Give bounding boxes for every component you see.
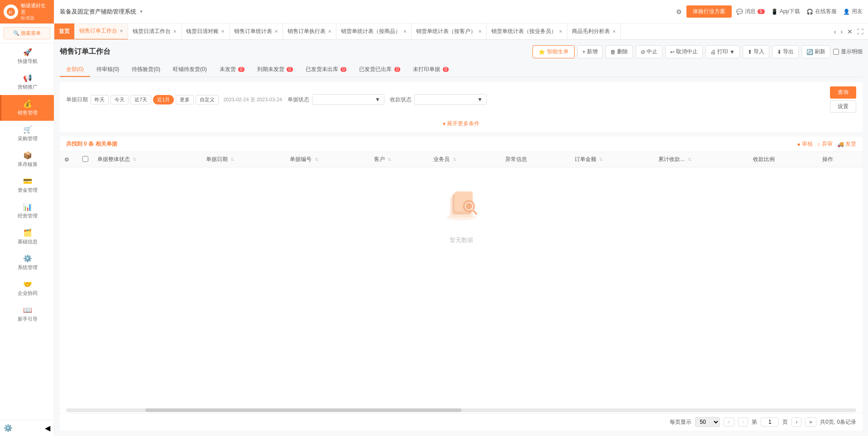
date-1month-btn[interactable]: 近1月 <box>153 95 174 104</box>
last-page-button[interactable]: » <box>805 417 816 427</box>
date-more-btn[interactable]: 更多 <box>176 95 194 104</box>
sidebar-item-basic[interactable]: 🗂️ 基础信息 <box>0 224 54 250</box>
first-page-button[interactable]: « <box>724 417 735 427</box>
sidebar-item-label: 基础信息 <box>18 238 38 245</box>
stop-button[interactable]: ⊘ 中止 <box>636 45 662 58</box>
select-all-checkbox[interactable] <box>82 156 88 162</box>
date-today-btn[interactable]: 今天 <box>110 95 129 104</box>
tab-home[interactable]: 首页 <box>54 24 75 40</box>
col-customer-header[interactable]: 客户 ⇅ <box>369 152 429 167</box>
tab-sales-order[interactable]: 销售订单工作台 ✕ <box>75 24 128 40</box>
review-action-button[interactable]: ● 审核 <box>797 140 813 148</box>
cancel-review-action-button[interactable]: ○ 弃审 <box>817 140 833 148</box>
filter-setting-button[interactable]: 设置 <box>830 100 856 113</box>
tab-maximize-button[interactable]: ⛶ <box>855 27 865 36</box>
date-yesterday-btn[interactable]: 昨天 <box>91 95 109 104</box>
smart-create-button[interactable]: ⭐ 智能生单 <box>532 45 575 58</box>
settings-icon[interactable]: ⚙️ <box>4 424 13 432</box>
message-button[interactable]: 💬 消息 6 <box>736 8 765 15</box>
page-of-label: 页 <box>782 418 788 426</box>
tab-sales-stat-customer[interactable]: 销货单统计表（按客户） ✕ <box>412 24 487 40</box>
prev-page-button[interactable]: ‹ <box>738 417 748 427</box>
tab-close-icon[interactable]: ✕ <box>328 29 331 34</box>
online-service-button[interactable]: 🎧 在线客服 <box>806 8 837 15</box>
show-detail-checkbox[interactable] <box>833 49 839 55</box>
add-button[interactable]: + 新增 <box>577 45 603 58</box>
collapse-icon[interactable]: ◀ <box>45 424 50 432</box>
cancel-stop-button[interactable]: ↩ 取消中止 <box>665 45 703 58</box>
import-button[interactable]: ⬆ 导入 <box>743 45 769 58</box>
tab-close-icon[interactable]: ✕ <box>403 29 407 34</box>
tab-close-icon[interactable]: ✕ <box>559 29 562 34</box>
sidebar-item-marketing[interactable]: 📢 营销推广 <box>0 69 54 95</box>
tab-sales-stat-staff[interactable]: 销货单统计表（按业务员） ✕ <box>487 24 567 40</box>
export-button[interactable]: ⬇ 导出 <box>772 45 799 58</box>
tab-cash-reconcile[interactable]: 钱货日清对账 ✕ <box>182 24 230 40</box>
tab-scroll-left-button[interactable]: ‹ <box>832 27 838 36</box>
table-scroll[interactable]: ⚙ 单据整体状态 ⇅ 单据日期 ⇅ <box>60 152 863 408</box>
app-download-button[interactable]: 📱 App下载 <box>771 8 800 15</box>
ship-action-button[interactable]: 🚚 发货 <box>837 140 856 148</box>
status-select[interactable]: ▼ <box>312 94 384 105</box>
sidebar-item-guide[interactable]: 📖 新手引导 <box>0 301 54 327</box>
tab-sales-stat[interactable]: 销售订单统计表 ✕ <box>230 24 283 40</box>
tab-close-icon[interactable]: ✕ <box>173 29 177 34</box>
page-number-input[interactable] <box>761 417 779 427</box>
page-header: 销售订单工作台 ⭐ 智能生单 + 新增 🗑 删除 ⊘ 中止 <box>60 45 863 58</box>
subtab-unshipped[interactable]: 未发货 0 <box>213 63 251 77</box>
solution-button[interactable]: 体验行业方案 <box>686 5 732 18</box>
subtab-pending-review[interactable]: 待审核(0) <box>90 63 126 77</box>
topbar-system: 装备及固定资产辅助管理系统 ▼ <box>60 8 671 16</box>
sidebar-item-quick-nav[interactable]: 🚀 快捷导航 <box>0 43 54 69</box>
settings-col-icon[interactable]: ⚙ <box>64 156 69 163</box>
date-custom-btn[interactable]: 自定义 <box>196 95 219 104</box>
col-date-header[interactable]: 单据日期 ⇅ <box>201 152 286 167</box>
subtab-shipped-out[interactable]: 已发货已出库 0 <box>353 63 407 77</box>
refresh-button[interactable]: 🔄 刷新 <box>801 45 830 58</box>
date-7days-btn[interactable]: 近7天 <box>130 95 151 104</box>
delete-button[interactable]: 🗑 删除 <box>605 45 633 58</box>
sidebar-item-system[interactable]: ⚙️ 系统管理 <box>0 250 54 275</box>
tab-cash-daily[interactable]: 钱货日清工作台 ✕ <box>128 24 182 40</box>
sidebar-item-operation[interactable]: 📊 经营管理 <box>0 198 54 224</box>
sidebar-item-purchase[interactable]: 🛒 采购管理 <box>0 121 54 147</box>
subtab-unprinted[interactable]: 未打印单据 0 <box>407 63 455 77</box>
tab-sales-exec[interactable]: 销售订单执行表 ✕ <box>283 24 336 40</box>
tab-close-all-button[interactable]: ✕ <box>845 27 854 36</box>
col-amount-header[interactable]: 订单金额 ⇅ <box>570 152 654 167</box>
tab-close-icon[interactable]: ✕ <box>612 29 616 34</box>
tab-close-icon[interactable]: ✕ <box>478 29 482 34</box>
topbar-settings-icon[interactable]: ⚙ <box>676 8 682 15</box>
sidebar-item-cooperation[interactable]: 🤝 企业协同 <box>0 275 54 301</box>
page-size-select[interactable]: 20 50 100 <box>695 417 720 427</box>
tab-close-icon[interactable]: ✕ <box>274 29 278 34</box>
tab-sales-stat-product[interactable]: 销货单统计表（按商品） ✕ <box>336 24 412 40</box>
col-status-header[interactable]: 单据整体状态 ⇅ <box>93 152 201 167</box>
tab-gross-profit[interactable]: 商品毛利分析表 ✕ <box>567 24 621 40</box>
user-menu-button[interactable]: 👤 用友 <box>843 8 863 15</box>
subtab-all[interactable]: 全部(0) <box>60 63 90 77</box>
page-actions: ⭐ 智能生单 + 新增 🗑 删除 ⊘ 中止 ↩ 取消中止 <box>532 45 863 58</box>
subtab-shipped-not-out[interactable]: 已发货未出库 0 <box>299 63 353 77</box>
tab-close-icon[interactable]: ✕ <box>221 29 225 34</box>
sidebar-item-sales[interactable]: 💰 销售管理 <box>0 95 54 121</box>
col-number-header[interactable]: 单据编号 ⇅ <box>285 152 369 167</box>
search-menu-button[interactable]: 🔍 搜索菜单 <box>4 27 50 39</box>
table-horizontal-scrollbar[interactable] <box>66 408 856 412</box>
sidebar-item-inventory[interactable]: 📦 库存核算 <box>0 147 54 172</box>
scrollbar-thumb[interactable] <box>145 408 461 412</box>
payment-select[interactable]: ▼ <box>414 94 487 105</box>
subtab-overdue-unshipped[interactable]: 到期未发货 0 <box>251 63 299 77</box>
col-received-header[interactable]: 累计收款... ⇅ <box>654 152 748 167</box>
query-button[interactable]: 查询 <box>830 86 856 99</box>
expand-filters-button[interactable]: ▾ 展开更多条件 <box>443 120 480 128</box>
sidebar-item-finance[interactable]: 💳 资金管理 <box>0 172 54 198</box>
show-detail-label[interactable]: 显示明细 <box>833 48 863 56</box>
tab-scroll-right-button[interactable]: › <box>839 27 844 36</box>
tab-close-icon[interactable]: ✕ <box>120 28 123 33</box>
print-button[interactable]: 🖨 打印 ▼ <box>705 45 740 58</box>
subtab-wangpu-ship[interactable]: 旺铺待发货(0) <box>167 63 213 77</box>
subtab-pending-check[interactable]: 待拣验货(0) <box>125 63 167 77</box>
next-page-button[interactable]: › <box>791 417 801 427</box>
col-staff-header[interactable]: 业务员 ⇅ <box>429 152 501 167</box>
